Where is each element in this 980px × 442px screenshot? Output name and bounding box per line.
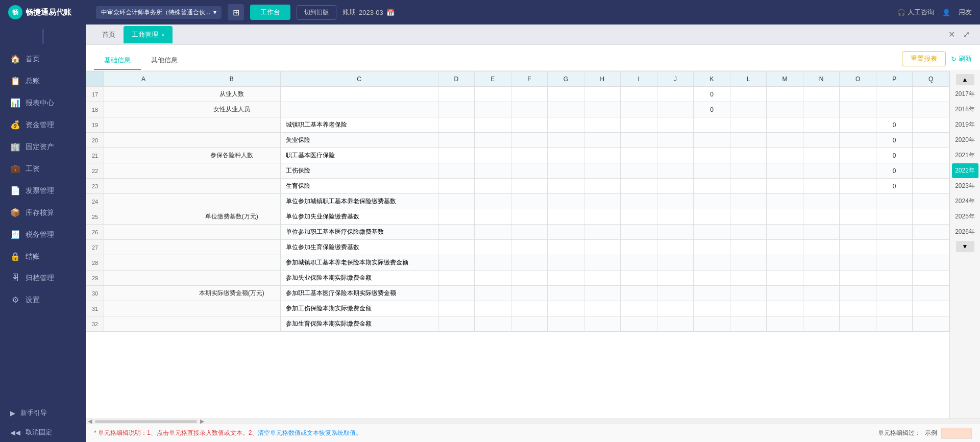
cell-col-m[interactable] [767, 271, 803, 286]
cell-col-p[interactable]: 0 [876, 148, 913, 163]
year-scroll-up-button[interactable]: ▲ [956, 74, 974, 85]
cell-col-p[interactable]: 0 [876, 117, 913, 133]
cell-col-d[interactable] [438, 255, 475, 271]
cell-col-q[interactable] [913, 179, 949, 194]
cell-col-l[interactable] [730, 209, 767, 225]
cell-col-h[interactable] [584, 301, 621, 316]
cell-col-b[interactable]: 参保各险种人数 [183, 148, 280, 163]
cell-col-j[interactable] [657, 163, 694, 179]
tab-expand-button[interactable]: ⤢ [961, 28, 972, 41]
cell-col-d[interactable] [438, 316, 475, 332]
year-item[interactable]: 2021年 [952, 148, 978, 163]
cell-col-f[interactable] [511, 102, 548, 117]
cell-col-k[interactable] [694, 286, 730, 301]
cell-col-d[interactable] [438, 179, 475, 194]
cell-col-n[interactable] [803, 163, 840, 179]
cell-col-k[interactable] [694, 133, 730, 148]
cell-col-j[interactable] [657, 316, 694, 332]
cell-col-c[interactable] [280, 87, 438, 102]
cell-col-a[interactable] [104, 240, 183, 255]
cell-col-h[interactable] [584, 194, 621, 209]
cell-col-a[interactable] [104, 148, 183, 163]
cell-col-a[interactable] [104, 286, 183, 301]
cell-col-m[interactable] [767, 286, 803, 301]
cell-col-c[interactable]: 参加城镇职工基本养老保险本期实际缴费金额 [280, 255, 438, 271]
cell-col-k[interactable] [694, 316, 730, 332]
cell-col-d[interactable] [438, 87, 475, 102]
cell-col-i[interactable] [621, 271, 657, 286]
company-selector[interactable]: 中审众环会计师事务所（特殊普通合伙... ▾ [96, 6, 222, 19]
cell-col-m[interactable] [767, 179, 803, 194]
cell-col-c[interactable]: 生育保险 [280, 179, 438, 194]
cell-col-a[interactable] [104, 194, 183, 209]
cell-col-i[interactable] [621, 163, 657, 179]
cell-col-h[interactable] [584, 271, 621, 286]
cell-col-n[interactable] [803, 102, 840, 117]
cell-col-p[interactable] [876, 87, 913, 102]
cell-col-l[interactable] [730, 133, 767, 148]
cell-col-o[interactable] [840, 87, 876, 102]
cell-col-g[interactable] [548, 301, 584, 316]
cell-col-d[interactable] [438, 148, 475, 163]
cell-col-j[interactable] [657, 87, 694, 102]
cell-col-h[interactable] [584, 255, 621, 271]
cell-col-k[interactable] [694, 271, 730, 286]
cell-col-h[interactable] [584, 163, 621, 179]
cell-col-e[interactable] [475, 194, 511, 209]
cell-col-n[interactable] [803, 286, 840, 301]
cell-col-m[interactable] [767, 225, 803, 240]
cell-col-j[interactable] [657, 240, 694, 255]
cell-col-k[interactable] [694, 163, 730, 179]
cell-col-o[interactable] [840, 271, 876, 286]
cell-col-j[interactable] [657, 225, 694, 240]
cell-col-k[interactable] [694, 209, 730, 225]
cell-col-o[interactable] [840, 163, 876, 179]
cell-col-o[interactable] [840, 301, 876, 316]
cell-col-j[interactable] [657, 286, 694, 301]
cell-col-b[interactable] [183, 163, 280, 179]
cell-col-m[interactable] [767, 209, 803, 225]
cell-col-e[interactable] [475, 209, 511, 225]
cell-col-c[interactable]: 职工基本医疗保险 [280, 148, 438, 163]
cell-col-g[interactable] [548, 133, 584, 148]
cell-col-k[interactable] [694, 225, 730, 240]
cell-col-f[interactable] [511, 271, 548, 286]
cell-col-n[interactable] [803, 179, 840, 194]
cell-col-c[interactable]: 失业保险 [280, 133, 438, 148]
cell-col-l[interactable] [730, 225, 767, 240]
cell-col-k[interactable] [694, 148, 730, 163]
cell-col-l[interactable] [730, 271, 767, 286]
cell-col-p[interactable] [876, 225, 913, 240]
cell-col-o[interactable] [840, 316, 876, 332]
cell-col-l[interactable] [730, 117, 767, 133]
tab-close-window-button[interactable]: ✕ [946, 28, 957, 41]
cell-col-a[interactable] [104, 117, 183, 133]
cell-col-a[interactable] [104, 301, 183, 316]
cell-col-f[interactable] [511, 225, 548, 240]
cell-col-d[interactable] [438, 102, 475, 117]
cell-col-f[interactable] [511, 240, 548, 255]
cell-col-n[interactable] [803, 255, 840, 271]
cell-col-a[interactable] [104, 209, 183, 225]
cell-col-p[interactable] [876, 286, 913, 301]
cell-col-a[interactable] [104, 179, 183, 194]
cell-col-i[interactable] [621, 117, 657, 133]
cell-col-j[interactable] [657, 209, 694, 225]
cell-col-l[interactable] [730, 102, 767, 117]
cell-col-a[interactable] [104, 163, 183, 179]
cell-col-l[interactable] [730, 87, 767, 102]
cell-col-b[interactable]: 女性从业人员 [183, 102, 280, 117]
cell-col-n[interactable] [803, 240, 840, 255]
cell-col-p[interactable]: 0 [876, 179, 913, 194]
cell-col-c[interactable]: 参加生育保险本期实际缴费金额 [280, 316, 438, 332]
tab-close-button[interactable]: × [161, 32, 164, 38]
cell-col-f[interactable] [511, 163, 548, 179]
cell-col-i[interactable] [621, 209, 657, 225]
cell-col-n[interactable] [803, 133, 840, 148]
cell-col-c[interactable]: 工伤保险 [280, 163, 438, 179]
cell-col-o[interactable] [840, 179, 876, 194]
cell-col-b[interactable] [183, 240, 280, 255]
cell-col-n[interactable] [803, 148, 840, 163]
cell-col-i[interactable] [621, 316, 657, 332]
cell-col-j[interactable] [657, 133, 694, 148]
